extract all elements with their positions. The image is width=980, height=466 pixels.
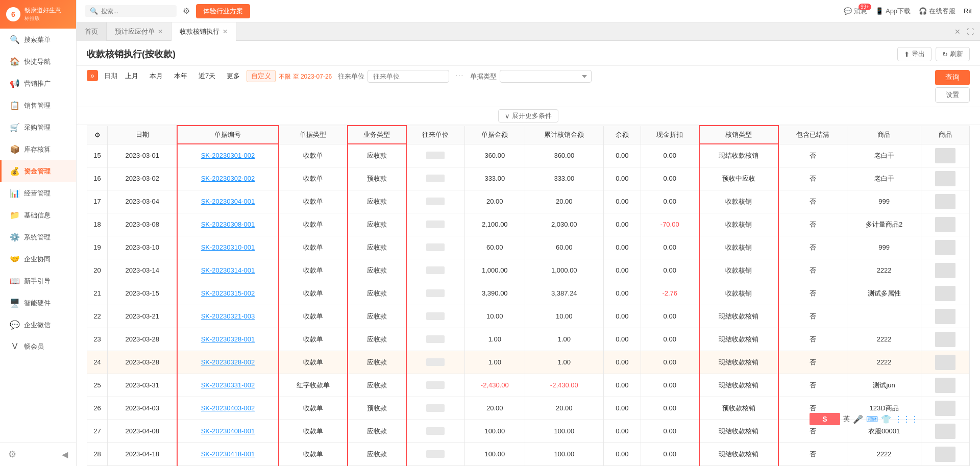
more-dates-btn[interactable]: 更多 <box>222 70 244 82</box>
guide-icon: 📖 <box>10 276 20 286</box>
cell-date: 2023-03-28 <box>108 351 178 374</box>
voucher-no-link[interactable]: SK-20230308-001 <box>201 220 255 228</box>
voucher-no-link[interactable]: SK-20230328-002 <box>201 358 255 366</box>
tab-collection-close-icon[interactable]: ✕ <box>223 28 228 35</box>
close-window-icon[interactable]: ✕ <box>952 27 963 37</box>
voucher-type-select[interactable] <box>500 70 592 83</box>
settings-icon[interactable]: ⚙ <box>8 449 16 460</box>
messages-button[interactable]: 💬 消息 99+ <box>844 7 867 16</box>
wechat-icon: 💬 <box>10 320 20 330</box>
sidebar-item-member[interactable]: V畅会员 <box>0 336 76 357</box>
cell-biz-type: 应收款 <box>348 282 406 305</box>
tab-receivable-close-icon[interactable]: ✕ <box>158 28 163 35</box>
sidebar-item-finance[interactable]: 💰资金管理 <box>0 160 76 182</box>
sidebar-item-system[interactable]: ⚙️系统管理 <box>0 226 76 248</box>
partner-filter-group: 往来单位 <box>338 70 449 83</box>
cell-amount: 60.00 <box>464 236 525 259</box>
last-7-days-btn[interactable]: 近7天 <box>194 70 220 82</box>
cell-voucher-type: 收款单 <box>279 328 348 351</box>
cell-product1: 测试jun <box>847 374 921 397</box>
partner-value <box>426 450 445 458</box>
app-download-link[interactable]: 📱 App下载 <box>875 7 911 16</box>
solution-button[interactable]: 体验行业方案 <box>196 4 250 18</box>
sidebar-item-hardware[interactable]: 🖥️智能硬件 <box>0 292 76 314</box>
sidebar-item-operations[interactable]: 📊经营管理 <box>0 182 76 204</box>
sidebar-item-quicknav[interactable]: 🏠快捷导航 <box>0 51 76 72</box>
voucher-no-link[interactable]: SK-20230315-002 <box>201 289 255 297</box>
sidebar-item-sales[interactable]: 📋销售管理 <box>0 94 76 116</box>
cell-accum-amount: 20.00 <box>525 190 603 213</box>
last-month-btn[interactable]: 上月 <box>120 70 143 82</box>
cell-accum-amount: 360.00 <box>525 144 603 167</box>
sidebar-item-search[interactable]: 🔍搜索菜单 <box>0 29 76 51</box>
refresh-button[interactable]: ↻ 刷新 <box>936 47 970 61</box>
cell-cancel-type: 收款核销 <box>699 190 778 213</box>
this-year-btn[interactable]: 本年 <box>169 70 192 82</box>
cell-accum-amount: 100.00 <box>525 443 603 465</box>
collapse-icon[interactable]: ◀ <box>62 450 68 459</box>
cell-product2 <box>921 374 970 397</box>
cell-date: 2023-03-04 <box>108 190 178 213</box>
cell-product2 <box>921 167 970 190</box>
cell-product2 <box>921 443 970 465</box>
user-avatar[interactable]: Rit <box>964 7 972 15</box>
date-range-text: 不限 至 2023-07-26 <box>279 72 332 81</box>
basic-icon: 📁 <box>10 210 20 220</box>
tab-collection[interactable]: 收款核销执行 ✕ <box>172 22 236 41</box>
voucher-no-link[interactable]: SK-20230302-002 <box>201 175 255 182</box>
cell-cash-discount: 0.00 <box>641 305 699 328</box>
voucher-no-link[interactable]: SK-20230403-002 <box>201 404 255 412</box>
page-actions: ⬆ 导出 ↻ 刷新 <box>897 47 970 61</box>
table-header-row: ⚙ 日期 单据编号 单据类型 业务类型 往来单位 单据金额 累计核销金额 余额 … <box>87 126 970 144</box>
online-service-link[interactable]: 🎧 在线客服 <box>919 7 955 16</box>
maximize-icon[interactable]: ⛶ <box>965 27 976 37</box>
voucher-no-link[interactable]: SK-20230301-002 <box>201 152 255 159</box>
cell-date: 2023-03-15 <box>108 282 178 305</box>
col-settings[interactable]: ⚙ <box>87 126 108 144</box>
expand-filter-button[interactable]: ∨ 展开更多条件 <box>498 109 558 122</box>
cell-cancel-type: 现结收款核销 <box>699 420 778 443</box>
filter-collapse-button[interactable]: » <box>87 70 98 81</box>
cell-has-settled: 否 <box>778 351 847 374</box>
this-month-btn[interactable]: 本月 <box>145 70 167 82</box>
table-row: 26 2023-04-03 SK-20230403-002 收款单 预收款 20… <box>87 397 970 420</box>
sidebar-item-purchase[interactable]: 🛒采购管理 <box>0 116 76 138</box>
cell-voucher-no: SK-20230408-001 <box>177 420 278 443</box>
cell-product1 <box>847 305 921 328</box>
filter-dots: ... <box>455 70 464 78</box>
filter-settings-button[interactable]: 设置 <box>935 87 970 103</box>
cell-seq: 19 <box>87 236 108 259</box>
voucher-no-link[interactable]: SK-20230321-003 <box>201 312 255 320</box>
sidebar-item-basic[interactable]: 📁基础信息 <box>0 204 76 226</box>
voucher-no-link[interactable]: SK-20230314-001 <box>201 266 255 274</box>
date-filter-group: 日期 上月 本月 本年 近7天 更多 自定义 不限 至 2023-07-26 <box>104 70 332 82</box>
cell-seq: 16 <box>87 167 108 190</box>
voucher-no-link[interactable]: SK-20230328-001 <box>201 335 255 343</box>
cell-seq: 17 <box>87 190 108 213</box>
cell-product2 <box>921 213 970 236</box>
voucher-no-link[interactable]: SK-20230331-002 <box>201 381 255 389</box>
cell-voucher-no: SK-20230301-002 <box>177 144 278 167</box>
sidebar-logo: 6 畅康道好生意 标推版 <box>0 0 76 29</box>
search-input[interactable] <box>101 8 167 15</box>
custom-date-btn[interactable]: 自定义 <box>247 70 276 82</box>
tab-home[interactable]: 首页 <box>77 22 107 41</box>
query-button[interactable]: 查询 <box>935 70 970 85</box>
cell-biz-type: 预收款 <box>348 397 406 420</box>
sidebar-item-enterprise[interactable]: 🤝企业协同 <box>0 248 76 270</box>
voucher-no-link[interactable]: SK-20230310-001 <box>201 243 255 251</box>
tab-receivable[interactable]: 预计应应付单 ✕ <box>107 22 172 41</box>
voucher-no-link[interactable]: SK-20230418-001 <box>201 450 255 458</box>
sidebar-item-inventory[interactable]: 📦库存核算 <box>0 138 76 160</box>
voucher-no-link[interactable]: SK-20230304-001 <box>201 198 255 205</box>
voucher-no-link[interactable]: SK-20230408-001 <box>201 427 255 435</box>
sidebar-item-wechat[interactable]: 💬企业微信 <box>0 314 76 336</box>
sidebar-item-guide[interactable]: 📖新手引导 <box>0 270 76 292</box>
gear-icon[interactable]: ⚙ <box>183 6 190 16</box>
sidebar-item-marketing[interactable]: 📢营销推广 <box>0 72 76 94</box>
cell-amount: 333.00 <box>464 167 525 190</box>
filter-action-buttons: 查询 设置 <box>935 70 970 103</box>
cell-voucher-no: SK-20230403-002 <box>177 397 278 420</box>
partner-input[interactable] <box>368 70 449 83</box>
export-button[interactable]: ⬆ 导出 <box>897 47 932 61</box>
